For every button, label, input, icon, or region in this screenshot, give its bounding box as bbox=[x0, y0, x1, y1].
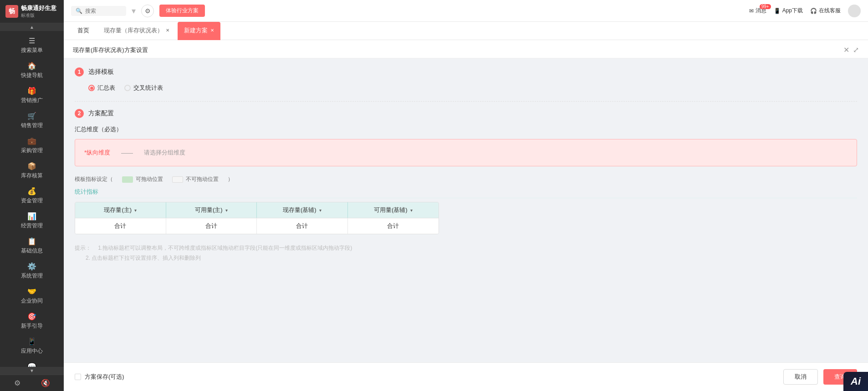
dimension-box[interactable]: *纵向维度 —— 请选择分组维度 bbox=[75, 139, 857, 166]
draggable-label: 可拖动位置 bbox=[136, 175, 163, 183]
dropdown-icon[interactable]: ▾ bbox=[132, 6, 136, 16]
save-checkbox[interactable] bbox=[75, 374, 81, 380]
cancel-button[interactable]: 取消 bbox=[783, 369, 818, 385]
tab-new-plan-close-icon[interactable]: ✕ bbox=[210, 28, 214, 33]
gear-button[interactable]: ⚙ bbox=[141, 5, 154, 17]
fixed-box bbox=[172, 176, 183, 183]
enterprise-wechat-icon: 💬 bbox=[27, 362, 36, 367]
cell-current-main-total: 合计 bbox=[75, 218, 166, 234]
tab-home[interactable]: 首页 bbox=[71, 22, 96, 40]
user-avatar[interactable] bbox=[848, 5, 861, 17]
marketing-label: 营销推广 bbox=[21, 97, 43, 104]
tab-inventory-status[interactable]: 现存量（库存状况表） ✕ bbox=[97, 22, 176, 40]
top-bar: 🔍 ▾ ⚙ 体验行业方案 ✉ 消息 99+ 📱 App下载 🎧 在线客服 bbox=[64, 0, 868, 22]
header-cell-current-main[interactable]: 现存量(主) ▾ bbox=[75, 202, 166, 218]
sidebar-nav: ☰ 搜索菜单 🏠 快捷导航 🎁 营销推广 🛒 销售管理 💼 采购管理 📦 库存核… bbox=[0, 31, 64, 367]
radio-summary[interactable]: 汇总表 bbox=[88, 84, 115, 92]
inventory-icon: 📦 bbox=[27, 162, 36, 170]
header-cell-available-aux[interactable]: 可用量(基辅) ▾ bbox=[348, 202, 439, 218]
sidebar: 畅 畅康通好生意 标准版 ▲ ☰ 搜索菜单 🏠 快捷导航 🎁 营销推广 🛒 销售… bbox=[0, 0, 64, 391]
sidebar-item-marketing[interactable]: 🎁 营销推广 bbox=[0, 83, 64, 108]
config-section: 汇总维度（必选） *纵向维度 —— 请选择分组维度 bbox=[75, 125, 857, 166]
industry-solution-button[interactable]: 体验行业方案 bbox=[159, 5, 205, 17]
save-option[interactable]: 方案保存(可选) bbox=[75, 373, 124, 381]
chevron-down-icon: ▾ bbox=[134, 208, 137, 213]
search-box[interactable]: 🔍 bbox=[71, 6, 126, 16]
divider1 bbox=[75, 101, 857, 102]
radio-summary-dot bbox=[90, 87, 93, 90]
tip-2: 2. 点击标题栏下拉可设置排序、插入列和删除列 bbox=[75, 255, 201, 261]
finance-label: 资金管理 bbox=[21, 197, 43, 205]
panel-expand-button[interactable]: ⤢ bbox=[853, 46, 859, 54]
tips-title: 提示： bbox=[75, 245, 91, 251]
section2-label: 方案配置 bbox=[88, 109, 114, 118]
online-service-button[interactable]: 🎧 在线客服 bbox=[810, 7, 841, 15]
tips-section: 提示： 1.拖动标题栏可以调整布局，不可跨维度或指标区域拖动栏目字段(只能在同一… bbox=[75, 243, 857, 263]
logo-text: 畅康通好生意 标准版 bbox=[21, 5, 56, 18]
section1-num: 1 bbox=[75, 67, 84, 77]
scroll-up[interactable]: ▲ bbox=[0, 23, 64, 31]
system-label: 系统管理 bbox=[21, 272, 43, 280]
sidebar-item-search-menu[interactable]: ☰ 搜索菜单 bbox=[0, 33, 64, 58]
panel-header: 现存量(库存状况表)方案设置 ✕ ⤢ bbox=[64, 40, 868, 58]
stats-table: 现存量(主) ▾ 可用量(主) ▾ 现存量(基辅) ▾ bbox=[75, 202, 439, 234]
app-download-button[interactable]: 📱 App下载 bbox=[774, 7, 803, 15]
sidebar-item-enterprise-wechat[interactable]: 💬 企业微信 bbox=[0, 359, 64, 367]
sidebar-item-quick-nav[interactable]: 🏠 快捷导航 bbox=[0, 58, 64, 83]
quick-nav-label: 快捷导航 bbox=[21, 72, 43, 79]
headset-icon: 🎧 bbox=[810, 8, 817, 14]
main-area: 🔍 ▾ ⚙ 体验行业方案 ✉ 消息 99+ 📱 App下载 🎧 在线客服 bbox=[64, 0, 868, 391]
mobile-icon: 📱 bbox=[774, 8, 781, 14]
sidebar-item-new-guide[interactable]: 🎯 新手引导 bbox=[0, 309, 64, 334]
search-menu-icon: ☰ bbox=[29, 36, 35, 45]
quick-nav-icon: 🏠 bbox=[27, 62, 36, 70]
ai-badge: Ai bbox=[843, 372, 868, 391]
sidebar-item-sales[interactable]: 🛒 销售管理 bbox=[0, 108, 64, 133]
radio-cross-label: 交叉统计表 bbox=[133, 84, 163, 92]
sidebar-item-finance[interactable]: 💰 资金管理 bbox=[0, 183, 64, 208]
panel: 现存量(库存状况表)方案设置 ✕ ⤢ 1 选择模板 bbox=[64, 40, 868, 391]
radio-summary-circle bbox=[88, 85, 95, 91]
fixed-label: 不可拖动位置 bbox=[186, 175, 219, 183]
purchase-label: 采购管理 bbox=[21, 147, 43, 154]
header-cell-available-main[interactable]: 可用量(主) ▾ bbox=[166, 202, 257, 218]
aggregate-dim-label: 汇总维度（必选） bbox=[75, 125, 857, 134]
dimension-required-star: *纵向维度 bbox=[84, 149, 110, 157]
search-menu-label: 搜索菜单 bbox=[21, 46, 43, 54]
sidebar-item-purchase[interactable]: 💼 采购管理 bbox=[0, 133, 64, 158]
section2-title: 2 方案配置 bbox=[75, 109, 857, 118]
sidebar-item-basic-info[interactable]: 📋 基础信息 bbox=[0, 233, 64, 258]
indicator-close-paren: ） bbox=[228, 175, 233, 183]
sidebar-item-operations[interactable]: 📊 经营管理 bbox=[0, 208, 64, 233]
sidebar-item-app-center[interactable]: 📱 应用中心 bbox=[0, 334, 64, 359]
chevron-down-icon-2: ▾ bbox=[225, 208, 228, 213]
sidebar-item-enterprise[interactable]: 🤝 企业协同 bbox=[0, 283, 64, 309]
enterprise-icon: 🤝 bbox=[27, 287, 36, 296]
panel-title: 现存量(库存状况表)方案设置 bbox=[73, 46, 148, 54]
tip-1: 1.拖动标题栏可以调整布局，不可跨维度或指标区域拖动栏目字段(只能在同一维度或指… bbox=[92, 245, 352, 251]
inventory-label: 库存核算 bbox=[21, 172, 43, 180]
search-input[interactable] bbox=[85, 8, 122, 14]
section2-num: 2 bbox=[75, 109, 84, 118]
messages-badge: 99+ bbox=[760, 4, 771, 9]
top-bar-right: ✉ 消息 99+ 📱 App下载 🎧 在线客服 bbox=[749, 5, 861, 17]
indicator-legend: 模板指标设定（ 可拖动位置 不可拖动位置 ） bbox=[75, 175, 857, 183]
template-options: 汇总表 交叉统计表 bbox=[88, 84, 857, 92]
chevron-down-icon-3: ▾ bbox=[319, 208, 322, 213]
system-icon: ⚙️ bbox=[27, 262, 36, 271]
sidebar-item-system[interactable]: ⚙️ 系统管理 bbox=[0, 258, 64, 283]
settings-icon[interactable]: ⚙ bbox=[14, 379, 20, 387]
scroll-down[interactable]: ▼ bbox=[0, 367, 64, 375]
cell-available-main-total: 合计 bbox=[166, 218, 257, 234]
tab-inventory-close-icon[interactable]: ✕ bbox=[166, 28, 169, 33]
radio-cross[interactable]: 交叉统计表 bbox=[124, 84, 163, 92]
header-cell-current-aux[interactable]: 现存量(基辅) ▾ bbox=[257, 202, 348, 218]
audio-icon[interactable]: 🔇 bbox=[41, 379, 50, 387]
messages-button[interactable]: ✉ 消息 99+ bbox=[749, 7, 766, 15]
section1-title: 1 选择模板 bbox=[75, 67, 857, 77]
panel-close-button[interactable]: ✕ bbox=[843, 46, 849, 54]
sidebar-item-inventory[interactable]: 📦 库存核算 bbox=[0, 158, 64, 183]
tab-new-plan[interactable]: 新建方案 ✕ bbox=[178, 22, 220, 40]
stats-title: 统计指标 bbox=[75, 188, 857, 198]
marketing-icon: 🎁 bbox=[27, 87, 36, 95]
